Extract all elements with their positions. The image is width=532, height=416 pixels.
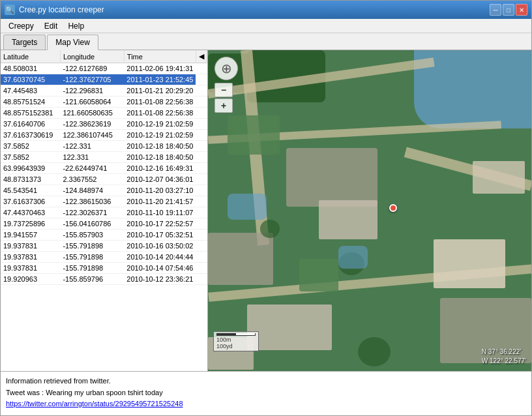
table-row[interactable]: 47.445483-122.2968312011-01-21 20:29:20 [1,85,207,97]
cell-latitude: 37.6163730619 [1,130,60,141]
cell-time: 2011-02-06 19:41:31 [124,63,196,74]
cell-longitude: -124.848974 [60,185,124,196]
app-icon: 🔍 [5,5,15,15]
cell-time: 2010-12-16 16:49:31 [124,163,196,174]
table-row[interactable]: 19.941557-155.8579032010-10-17 05:32:51 [1,230,207,241]
info-panel: Information retrieved from twitter. Twee… [1,371,531,415]
cell-time: 2010-10-17 05:32:51 [124,230,196,241]
title-bar: 🔍 Cree.py location creeper ─ □ ✕ [1,1,531,19]
content-area: Latitude Longitude Time ◀ 48.508031-122.… [1,50,531,371]
cell-latitude: 19.920963 [1,274,60,285]
cell-time: 2010-10-16 03:50:02 [124,241,196,252]
table-row[interactable]: 47.44370463-122.30263712010-11-10 19:11:… [1,207,207,218]
table-row[interactable]: 19.937831-155.7918982010-10-14 07:54:46 [1,263,207,274]
map-panel[interactable]: ⊕ − + 100m 100yd [208,50,531,371]
cell-latitude: 37.5852 [1,152,60,163]
cell-longitude: -122.37627705 [60,74,124,85]
cell-longitude: -121.66058064 [60,97,124,108]
cell-latitude: 48.508031 [1,63,60,74]
menu-help[interactable]: Help [63,20,89,32]
table-row[interactable]: 37.60370745-122.376277052011-01-23 21:52… [1,74,207,85]
cell-latitude: 48.8731373 [1,174,60,185]
table-row[interactable]: 37.61640706-122.386236192010-12-19 21:02… [1,119,207,130]
cell-latitude: 19.73725896 [1,218,60,230]
cell-longitude: -122.38615036 [60,196,124,207]
main-window: 🔍 Cree.py location creeper ─ □ ✕ Creepy … [0,0,532,416]
cell-time: 2010-11-10 19:11:07 [124,207,196,218]
cell-longitude: -122.331 [60,141,124,152]
tab-bar: Targets Map View [1,33,531,50]
cell-latitude: 63.99643939 [1,163,60,174]
cell-time: 2010-10-14 20:44:44 [124,252,196,263]
menu-creepy[interactable]: Creepy [3,20,39,32]
table-row[interactable]: 48.85751524-121.660580642011-01-08 22:56… [1,97,207,108]
table-row[interactable]: 45.543541-124.8489742010-11-20 03:27:10 [1,185,207,196]
map-controls: ⊕ − + [214,57,238,113]
zoom-in-button[interactable]: + [214,98,233,113]
table-container[interactable]: Latitude Longitude Time ◀ 48.508031-122.… [1,50,207,371]
cell-latitude: 19.937831 [1,252,60,263]
close-button[interactable]: ✕ [516,4,527,16]
table-row[interactable]: 48.8575152381121.6605806352011-01-08 22:… [1,108,207,119]
map-coords-lat: N 37° 36.222' [482,348,526,357]
cell-latitude: 48.8575152381 [1,108,60,119]
table-row[interactable]: 19.937831-155.7918982010-10-14 20:44:44 [1,252,207,263]
cell-latitude: 47.44370463 [1,207,60,218]
zoom-out-button[interactable]: − [214,83,233,97]
cell-time: 2010-10-12 23:36:21 [124,274,196,285]
table-row[interactable]: 37.5852-122.3312010-12-18 18:40:50 [1,141,207,152]
table-row[interactable]: 19.937831-155.7918982010-10-16 03:50:02 [1,241,207,252]
table-row[interactable]: 63.99643939-22.624497412010-12-16 16:49:… [1,163,207,174]
location-table: Latitude Longitude Time ◀ 48.508031-122.… [1,50,207,285]
tab-targets[interactable]: Targets [3,35,46,50]
cell-longitude: -155.859796 [60,274,124,285]
cell-latitude: 37.61637306 [1,196,60,207]
cell-latitude: 37.61640706 [1,119,60,130]
table-row[interactable]: 19.73725896-156.041607862010-10-17 22:52… [1,218,207,230]
cell-time: 2010-11-20 21:41:57 [124,196,196,207]
table-row[interactable]: 19.920963-155.8597962010-10-12 23:36:21 [1,274,207,285]
cell-latitude: 45.543541 [1,185,60,196]
cell-longitude: -122.6127689 [60,63,124,74]
map-attribution: N 37° 36.222' W 122° 22.577' [482,348,526,366]
cell-longitude: -122.38623619 [60,119,124,130]
table-panel: Latitude Longitude Time ◀ 48.508031-122.… [1,50,208,371]
cell-longitude: -155.791898 [60,252,124,263]
cell-time: 2010-12-19 21:02:59 [124,119,196,130]
cell-latitude: 47.445483 [1,85,60,97]
cell-longitude: -155.857903 [60,230,124,241]
cell-longitude: 121.660580635 [60,108,124,119]
compass-icon: ⊕ [221,61,232,76]
zoom-controls: − + [214,83,238,113]
window-controls: ─ □ ✕ [490,4,527,16]
menu-edit[interactable]: Edit [39,20,63,32]
cell-time: 2010-12-18 18:40:50 [124,152,196,163]
compass-button[interactable]: ⊕ [214,57,238,80]
cell-time: 2010-10-14 07:54:46 [124,263,196,274]
cell-longitude: 2.3367552 [60,174,124,185]
cell-time: 2011-01-08 22:56:38 [124,97,196,108]
cell-longitude: -156.04160786 [60,218,124,230]
tab-mapview[interactable]: Map View [47,35,98,50]
info-link[interactable]: https://twitter.com/arrington/status/292… [6,400,183,408]
cell-latitude: 19.937831 [1,263,60,274]
cell-longitude: -22.62449741 [60,163,124,174]
table-row[interactable]: 48.508031-122.61276892011-02-06 19:41:31 [1,63,207,74]
table-row[interactable]: 37.5852122.3312010-12-18 18:40:50 [1,152,207,163]
scale-label-m: 100m [216,336,256,343]
cell-latitude: 19.937831 [1,241,60,252]
cell-time: 2011-01-08 22:56:38 [124,108,196,119]
window-title: Cree.py location creeper [19,5,490,14]
cell-time: 2010-11-20 03:27:10 [124,185,196,196]
col-time: Time [124,50,196,63]
scale-bar: 100m 100yd [213,331,259,351]
table-row[interactable]: 48.87313732.33675522010-12-07 04:36:01 [1,174,207,185]
cell-longitude: -122.296831 [60,85,124,97]
table-row[interactable]: 37.61637306-122.386150362010-11-20 21:41… [1,196,207,207]
table-row[interactable]: 37.6163730619122.3861074452010-12-19 21:… [1,130,207,141]
maximize-button[interactable]: □ [503,4,514,16]
info-line2: Tweet was : Wearing my urban spoon tshir… [6,387,526,399]
minimize-button[interactable]: ─ [490,4,501,16]
cell-time: 2010-12-18 18:40:50 [124,141,196,152]
col-latitude: Latitude [1,50,60,63]
